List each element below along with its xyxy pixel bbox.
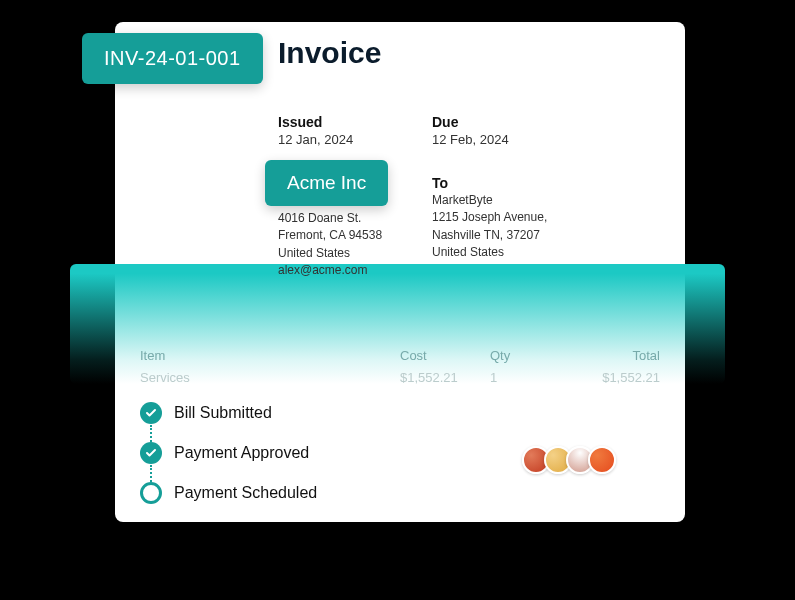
check-icon: [140, 402, 162, 424]
approver-avatars: [522, 446, 616, 474]
to-addr1: 1215 Joseph Avenue,: [432, 209, 582, 226]
invoice-number-badge: INV-24-01-001: [82, 33, 263, 84]
issued-date: 12 Jan, 2024: [278, 132, 418, 147]
from-addr1: 4016 Doane St.: [278, 210, 428, 227]
from-address: 4016 Doane St. Fremont, CA 94538 United …: [278, 210, 428, 280]
cell-total: $1,552.21: [540, 370, 660, 385]
status-steps: Bill Submitted Payment Approved Payment …: [140, 402, 317, 504]
circle-icon: [140, 482, 162, 504]
cell-qty: 1: [490, 370, 540, 385]
cell-cost: $1,552.21: [400, 370, 490, 385]
from-addr2: Fremont, CA 94538: [278, 227, 428, 244]
step-label: Bill Submitted: [174, 404, 272, 422]
from-company-badge: Acme Inc: [265, 160, 388, 206]
table-row: Services $1,552.21 1 $1,552.21: [140, 370, 660, 385]
to-address: MarketByte 1215 Joseph Avenue, Nashville…: [432, 192, 582, 262]
step-bill-submitted: Bill Submitted: [140, 402, 317, 424]
col-item: Item: [140, 348, 400, 363]
to-addr2: Nashville TN, 37207: [432, 227, 582, 244]
to-name: MarketByte: [432, 192, 582, 209]
table-header: Item Cost Qty Total: [140, 348, 660, 363]
check-icon: [140, 442, 162, 464]
step-label: Payment Scheduled: [174, 484, 317, 502]
due-label: Due: [432, 114, 572, 130]
avatar: [588, 446, 616, 474]
due-block: Due 12 Feb, 2024: [432, 114, 572, 147]
step-payment-approved: Payment Approved: [140, 442, 317, 464]
step-payment-scheduled: Payment Scheduled: [140, 482, 317, 504]
issued-block: Issued 12 Jan, 2024: [278, 114, 418, 147]
issued-label: Issued: [278, 114, 418, 130]
page-title: Invoice: [278, 36, 381, 70]
from-email: alex@acme.com: [278, 262, 428, 279]
due-date: 12 Feb, 2024: [432, 132, 572, 147]
col-qty: Qty: [490, 348, 540, 363]
from-country: United States: [278, 245, 428, 262]
to-label: To: [432, 175, 448, 191]
col-cost: Cost: [400, 348, 490, 363]
cell-item: Services: [140, 370, 400, 385]
step-label: Payment Approved: [174, 444, 309, 462]
col-total: Total: [540, 348, 660, 363]
to-country: United States: [432, 244, 582, 261]
